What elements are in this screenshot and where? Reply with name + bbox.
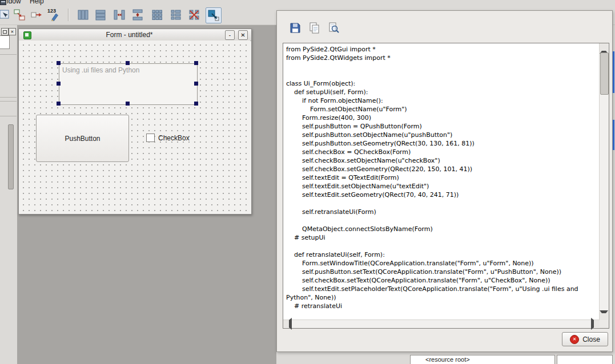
scroll-left-button[interactable] (283, 320, 292, 327)
horizontal-scrollbar[interactable] (283, 319, 600, 328)
selection-handle-bottom-center[interactable] (126, 102, 130, 106)
textedit-placeholder: Using .ui files and Python (62, 66, 139, 74)
checkbox-widget[interactable]: CheckBox (144, 126, 202, 149)
layout-horizontal-splitter-icon (113, 9, 126, 21)
scrollbar-corner (600, 320, 609, 328)
layout-grid-icon (151, 9, 163, 21)
right-edge-accent (613, 51, 614, 93)
dock-separator (0, 54, 17, 55)
break-layout-button[interactable] (187, 7, 202, 22)
adjust-size-button[interactable] (206, 7, 222, 23)
selection-handle-top-left[interactable] (57, 61, 61, 65)
edit-buddies-icon (30, 9, 43, 21)
form-designer-window: Form - untitled* - ✕ Using .ui files and… (18, 29, 252, 215)
form-window-icon (23, 31, 31, 39)
checkbox-indicator[interactable] (146, 134, 155, 142)
dock-close-button[interactable] (9, 28, 16, 35)
layout-vertical-button[interactable] (93, 7, 108, 22)
edit-widgets-icon (0, 9, 10, 21)
vertical-scrollbar-thumb[interactable] (600, 52, 609, 95)
layout-horizontal-splitter-button[interactable] (112, 7, 127, 22)
close-icon: ✕ (240, 33, 245, 38)
menu-item-help[interactable]: Help (30, 0, 44, 5)
toolbar-separator (68, 9, 69, 21)
qt-designer-window: Window Help 123 (0, 0, 615, 364)
form-canvas[interactable]: Using .ui files and Python PushButton Ch… (19, 41, 250, 213)
selection-handle-top-center[interactable] (126, 61, 130, 65)
vertical-scrollbar[interactable] (599, 43, 609, 320)
save-icon (289, 22, 302, 34)
resource-panel-fragment (557, 355, 613, 364)
widget-box-dock (0, 25, 18, 364)
resource-root-item[interactable]: <resource root> (410, 355, 555, 364)
code-preview-dialog: from PySide2.QtGui import * from PySide2… (276, 10, 613, 352)
dock-separator (0, 97, 17, 98)
save-button[interactable] (288, 21, 303, 35)
widget-filter-input[interactable] (0, 35, 10, 49)
right-edge-accent (613, 120, 614, 150)
edit-signals-slots-button[interactable] (12, 7, 27, 22)
arrow-up-icon (600, 42, 608, 54)
form-close-button[interactable]: ✕ (238, 30, 248, 40)
edit-tab-order-button[interactable]: 123 (46, 7, 61, 22)
break-layout-icon (188, 9, 200, 21)
close-button-label: Close (582, 335, 600, 343)
arrow-right-icon (591, 318, 600, 330)
arrow-left-icon (283, 318, 292, 330)
layout-form-icon (170, 9, 182, 21)
selection-handle-bottom-right[interactable] (194, 102, 198, 106)
form-window-title: Form - untitled* (33, 31, 226, 39)
selection-handle-middle-left[interactable] (57, 82, 61, 86)
layout-vertical-splitter-button[interactable] (130, 7, 145, 22)
layout-form-button[interactable] (168, 7, 183, 22)
dock-separator (0, 116, 17, 116)
find-icon (327, 22, 340, 34)
close-circle-icon (570, 335, 579, 344)
code-text-area[interactable]: from PySide2.QtGui import * from PySide2… (283, 43, 609, 329)
pushbutton-label: PushButton (65, 135, 100, 143)
edit-tab-order-icon (47, 9, 60, 21)
scroll-up-button[interactable] (600, 43, 608, 52)
edit-buddies-button[interactable] (29, 7, 44, 22)
find-button[interactable] (326, 21, 341, 35)
resource-root-label: <resource root> (425, 356, 470, 363)
selection-handle-bottom-left[interactable] (57, 102, 61, 106)
form-window-titlebar[interactable]: Form - untitled* - ✕ (19, 29, 251, 41)
edit-widgets-button[interactable] (0, 7, 11, 22)
window-menu-icon (0, 0, 6, 5)
layout-horizontal-button[interactable] (75, 7, 90, 22)
minimize-icon: - (229, 33, 231, 38)
checkbox-label: CheckBox (158, 134, 190, 142)
layout-vertical-splitter-icon (131, 9, 144, 21)
textedit-widget[interactable]: Using .ui files and Python (59, 63, 198, 105)
layout-grid-button[interactable] (150, 7, 164, 22)
copy-icon (308, 22, 321, 34)
dock-scrollbar-thumb[interactable] (8, 124, 14, 189)
scroll-down-button[interactable] (600, 312, 608, 320)
layout-horizontal-icon (77, 9, 89, 21)
dock-separator (0, 101, 17, 102)
close-button[interactable]: Close (562, 332, 608, 346)
form-minimize-button[interactable]: - (225, 30, 235, 40)
scroll-right-button[interactable] (591, 320, 600, 327)
generated-code-text: from PySide2.QtGui import * from PySide2… (286, 45, 598, 318)
edit-signals-slots-icon (13, 9, 26, 21)
adjust-size-icon (207, 9, 220, 22)
dock-float-button[interactable] (1, 28, 9, 35)
copy-button[interactable] (307, 21, 322, 35)
layout-vertical-icon (94, 9, 107, 21)
pushbutton-widget[interactable]: PushButton (36, 115, 129, 162)
selection-handle-middle-right[interactable] (194, 82, 198, 86)
selection-handle-top-right[interactable] (194, 61, 198, 65)
